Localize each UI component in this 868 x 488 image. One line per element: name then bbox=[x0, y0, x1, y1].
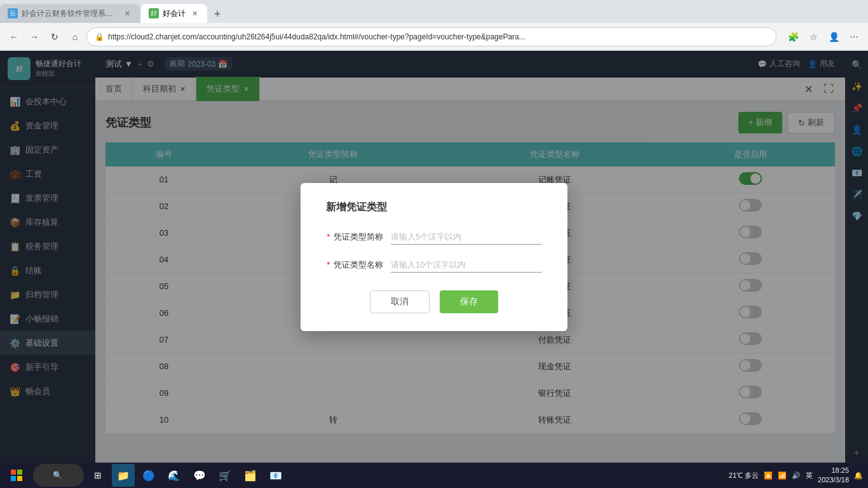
abbr-label: * 凭证类型简称 bbox=[326, 231, 383, 243]
address-text: https://cloud2.chanjet.com/accounting/uh… bbox=[108, 32, 768, 41]
browser-tab-1[interactable]: 云 好会计云财务软件管理系统_会计 ✕ bbox=[0, 4, 140, 23]
tray-weather: 21℃ 多云 bbox=[729, 471, 759, 480]
new-tab-btn[interactable]: + bbox=[208, 5, 226, 23]
name-label: * 凭证类型名称 bbox=[326, 259, 383, 271]
extensions-btn[interactable]: 🧩 bbox=[784, 28, 802, 46]
abbr-input[interactable] bbox=[391, 229, 542, 245]
svg-rect-0 bbox=[11, 470, 16, 475]
tab2-close-btn[interactable]: ✕ bbox=[189, 8, 200, 18]
tray-sound-icon[interactable]: 🔊 bbox=[792, 471, 801, 480]
tab2-title: 好会计 bbox=[163, 8, 186, 19]
taskbar-tray: 21℃ 多云 🔼 📶 🔊 英 18:25 2023/3/18 🔔 bbox=[729, 466, 863, 485]
save-button[interactable]: 保存 bbox=[440, 290, 498, 313]
taskbar-files-btn[interactable]: 🗂️ bbox=[239, 464, 262, 487]
favorites-btn[interactable]: ☆ bbox=[804, 28, 822, 46]
taskbar-wechat-btn[interactable]: 💬 bbox=[188, 464, 211, 487]
modal-overlay: 新增凭证类型 * 凭证类型简称 * 凭证类型名称 取消 保存 bbox=[0, 51, 868, 463]
taskbar-time[interactable]: 18:25 2023/3/18 bbox=[818, 466, 849, 485]
abbr-required-star: * bbox=[327, 232, 330, 241]
name-input[interactable] bbox=[391, 257, 542, 273]
taskbar-explorer-btn[interactable]: 📁 bbox=[112, 464, 135, 487]
tab1-close-btn[interactable]: ✕ bbox=[122, 8, 132, 18]
cancel-button[interactable]: 取消 bbox=[370, 290, 430, 313]
tray-notification-icon[interactable]: 🔔 bbox=[854, 471, 863, 480]
tray-lang: 英 bbox=[806, 471, 813, 480]
refresh-btn[interactable]: ↻ bbox=[46, 28, 64, 46]
taskbar-store-btn[interactable]: 🛒 bbox=[214, 464, 236, 487]
name-form-row: * 凭证类型名称 bbox=[326, 257, 542, 273]
taskbar-search-btn[interactable]: 🔍 bbox=[33, 464, 84, 487]
back-btn[interactable]: ← bbox=[5, 28, 23, 46]
taskbar-chrome-btn[interactable]: 🔵 bbox=[137, 464, 160, 487]
start-btn[interactable] bbox=[5, 464, 28, 487]
add-voucher-type-modal: 新增凭证类型 * 凭证类型简称 * 凭证类型名称 取消 保存 bbox=[301, 183, 567, 331]
tray-wifi-icon[interactable]: 📶 bbox=[778, 471, 787, 480]
name-required-star: * bbox=[327, 260, 330, 269]
address-bar[interactable]: 🔒 https://cloud2.chanjet.com/accounting/… bbox=[86, 27, 776, 46]
taskbar-apps: 🔍 ⊞ 📁 🔵 🌊 💬 🛒 🗂️ 📧 bbox=[33, 464, 287, 487]
svg-rect-1 bbox=[17, 470, 22, 475]
taskbar-mail-btn[interactable]: 📧 bbox=[264, 464, 287, 487]
tab1-title: 好会计云财务软件管理系统_会计 bbox=[22, 8, 118, 19]
menu-btn[interactable]: ⋯ bbox=[845, 28, 863, 46]
browser-tab-2[interactable]: 好 好会计 ✕ bbox=[141, 4, 207, 23]
modal-actions: 取消 保存 bbox=[326, 290, 542, 313]
home-btn[interactable]: ⌂ bbox=[66, 28, 84, 46]
tab1-favicon: 云 bbox=[8, 8, 18, 18]
taskbar-taskview-btn[interactable]: ⊞ bbox=[86, 464, 109, 487]
abbr-form-row: * 凭证类型简称 bbox=[326, 229, 542, 245]
taskbar-edge-btn[interactable]: 🌊 bbox=[163, 464, 186, 487]
tray-network-icon[interactable]: 🔼 bbox=[764, 471, 773, 480]
forward-btn[interactable]: → bbox=[25, 28, 43, 46]
svg-rect-3 bbox=[17, 476, 22, 481]
modal-title: 新增凭证类型 bbox=[326, 201, 542, 214]
profile-btn[interactable]: 👤 bbox=[825, 28, 843, 46]
taskbar: 🔍 ⊞ 📁 🔵 🌊 💬 🛒 🗂️ 📧 21℃ 多云 🔼 📶 bbox=[0, 463, 868, 488]
svg-rect-2 bbox=[11, 476, 16, 481]
tab2-favicon: 好 bbox=[149, 8, 159, 18]
